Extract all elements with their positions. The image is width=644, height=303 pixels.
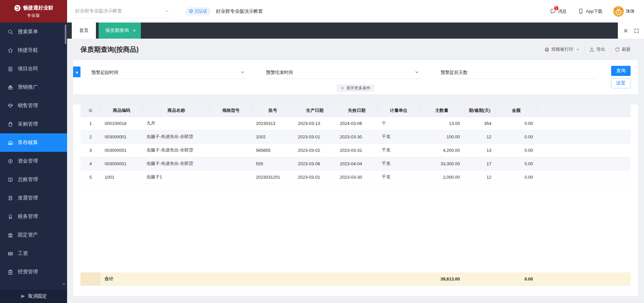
col-qty[interactable]: 主数量 <box>420 104 464 117</box>
close-all-tabs-icon[interactable] <box>623 28 628 33</box>
sidebar-item-payroll[interactable]: 工资 <box>0 244 67 263</box>
purchase-icon <box>7 121 13 127</box>
filter-warning-start-field[interactable]: 预警起始时间 <box>91 68 246 79</box>
verified-badge: 已认证 <box>185 7 211 15</box>
table-row[interactable]: 4003000001虫腿子-先进先出-全部贷5552023-03-062023-… <box>80 157 631 170</box>
page-toolbar: 按模板打印 导出 刷新 <box>544 46 631 52</box>
cell-prod-date: 2023-03-13 <box>294 117 336 130</box>
sidebar-item-general-ledger[interactable]: 总账管理 <box>0 170 67 189</box>
app-download-button[interactable]: App下载 <box>578 8 602 14</box>
total-label: 合计 <box>101 272 143 286</box>
settings-button[interactable]: 设置 <box>611 78 631 88</box>
sidebar-item-project-contract[interactable]: 项目合同 <box>0 59 67 78</box>
sidebar-item-marketing[interactable]: 营销推广 <box>0 78 67 96</box>
cell-spec <box>210 157 252 170</box>
cell-days: 354 <box>464 117 495 130</box>
filter-warning-end-field[interactable]: 预警结束时间 <box>266 68 421 79</box>
account-select[interactable]: 好业财专业版演示帐套 <box>72 5 172 18</box>
column-settings-button[interactable] <box>80 104 101 117</box>
printer-icon <box>544 47 549 52</box>
cell-name: 虫腿子-先进先出-全部贷 <box>143 157 210 170</box>
cell-batch: 2023031201 <box>252 170 294 184</box>
table-header-row: 商品编码 商品名称 规格型号 批号 生产日期 失效日期 计量单位 主数量 期/逾… <box>80 104 631 117</box>
sidebar-scrollbar-thumb[interactable] <box>65 25 66 44</box>
cell-row-no: 5 <box>80 170 101 184</box>
filter-collapse-button[interactable]: » <box>73 67 80 77</box>
table-row[interactable]: 3003000001虫腿子-先进先出-全部贷5656552023-03-0220… <box>80 143 631 157</box>
cell-prod-date: 2023-03-06 <box>294 157 336 170</box>
sidebar-item-search[interactable]: 搜索菜单 <box>0 23 67 41</box>
sidebar-item-operations[interactable]: 经营管理 <box>0 263 67 281</box>
assets-icon <box>7 232 13 238</box>
col-prod-date[interactable]: 生产日期 <box>294 104 336 117</box>
tab-close-icon[interactable]: × <box>132 28 136 33</box>
filter-advance-days-field[interactable]: 预警提前天数 <box>440 68 595 79</box>
export-icon <box>589 47 594 52</box>
sidebar-item-label: 总账管理 <box>18 176 38 183</box>
sales-icon <box>7 103 13 109</box>
sidebar-item-label: 资金管理 <box>18 158 38 164</box>
col-code[interactable]: 商品编码 <box>101 104 143 117</box>
print-by-template-button[interactable]: 按模板打印 <box>544 46 580 52</box>
col-exp-date[interactable]: 失效日期 <box>336 104 378 117</box>
query-button[interactable]: 查询 <box>611 66 631 76</box>
cell-unit: 千克 <box>378 157 420 170</box>
cell-name: 九月 <box>143 117 210 130</box>
export-button[interactable]: 导出 <box>589 46 605 52</box>
table-row[interactable]: 51001虫腿子120230312012023-03-012023-03-30千… <box>80 170 631 184</box>
sidebar-item-purchase[interactable]: 采购管理 <box>0 115 67 133</box>
toolbar-divider <box>610 47 610 52</box>
tab-home[interactable]: 首页 <box>72 23 96 39</box>
unpin-label: 取消固定 <box>28 293 47 299</box>
cell-name: 虫腿子1 <box>143 170 210 184</box>
sidebar-item-inventory[interactable]: 库存核算 <box>0 133 67 152</box>
sidebar-item-sales[interactable]: 销售管理 <box>0 96 67 115</box>
table-row[interactable]: 2003000001虫腿子-先进先出-全部贷10022023-03-012023… <box>80 130 631 143</box>
sidebar-item-invoice[interactable]: 发票管理 <box>0 189 67 207</box>
account-name: 好业财专业版演示帐套 <box>216 8 263 14</box>
tab-shelf-life-query[interactable]: 保质期查询 × <box>99 23 141 39</box>
unpin-button[interactable]: 取消固定 <box>0 289 67 303</box>
sidebar-item-label: 采购管理 <box>18 121 38 127</box>
cell-code: 000100018 <box>101 117 143 130</box>
cell-unit: 千克 <box>378 143 420 157</box>
cell-prod-date: 2023-03-01 <box>294 130 336 143</box>
tab-actions <box>618 23 644 39</box>
main-area: 首页 保质期查询 × 保质期查询(按商品) 按模板打印 <box>67 23 644 303</box>
col-batch[interactable]: 批号 <box>252 104 294 117</box>
phone-icon <box>578 8 584 14</box>
cell-amount: 0.00 <box>495 157 537 170</box>
col-name[interactable]: 商品名称 <box>143 104 210 117</box>
user-name: 珠珠 <box>626 8 635 14</box>
user-menu[interactable]: 珠珠 <box>613 6 635 17</box>
tab-bar: 首页 保质期查询 × <box>67 23 644 39</box>
filter-field-label: 预警结束时间 <box>266 70 293 76</box>
messages-button[interactable]: 1 消息 <box>550 8 567 14</box>
sidebar-item-tax[interactable]: 税务管理 <box>0 207 67 226</box>
chevron-down-icon <box>576 48 580 51</box>
col-spec[interactable]: 规格型号 <box>210 104 252 117</box>
table-row[interactable]: 1000100018九月202303132023-03-132024-03-06… <box>80 117 631 130</box>
sidebar-item-funds[interactable]: 资金管理 <box>0 152 67 170</box>
expand-more-button[interactable]: 展开更多条件 <box>337 84 375 92</box>
sidebar-item-label: 经营管理 <box>18 269 38 275</box>
sidebar-item-label: 搜索菜单 <box>18 29 38 35</box>
fullscreen-icon[interactable] <box>634 28 639 33</box>
sidebar-item-quick-nav[interactable]: 快捷导航 <box>0 41 67 59</box>
search-icon <box>7 29 13 35</box>
col-amount[interactable]: 金额 <box>495 104 537 117</box>
refresh-button[interactable]: 刷新 <box>615 46 631 52</box>
operations-icon <box>7 269 13 275</box>
sidebar-scroll-down-icon[interactable] <box>62 281 66 287</box>
col-days[interactable]: 期/逾期(天) <box>464 104 495 117</box>
chevron-down-icon <box>240 70 245 76</box>
verified-label: 已认证 <box>195 8 207 14</box>
cell-row-no: 3 <box>80 143 101 157</box>
app-root: 畅捷通好业财 专业版 好业财专业版演示帐套 已认证 好业财专业版演示帐套 1 消… <box>0 0 644 303</box>
cell-code: 003000001 <box>101 143 143 157</box>
col-unit[interactable]: 计量单位 <box>378 104 420 117</box>
sidebar-item-label: 快捷导航 <box>18 47 38 53</box>
cell-filler <box>537 117 631 130</box>
cell-spec <box>210 117 252 130</box>
sidebar-item-fixed-assets[interactable]: 固定资产 <box>0 226 67 244</box>
